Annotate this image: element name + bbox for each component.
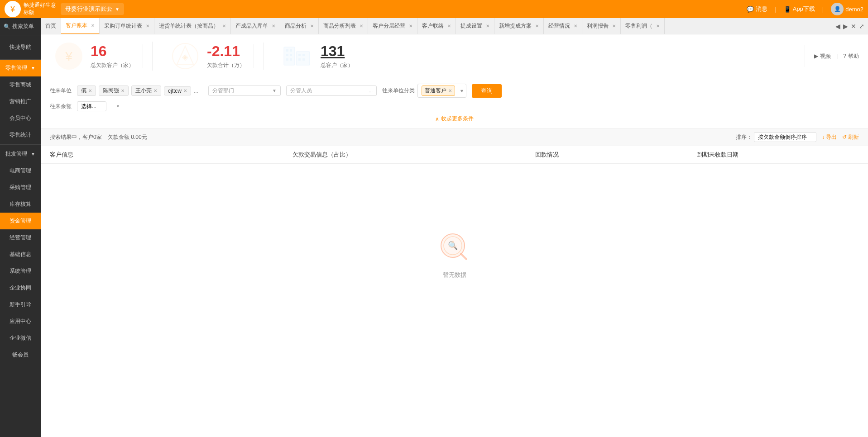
tab-goods-inbound[interactable]: 进货单统计表（按商品） ✕ <box>154 18 231 34</box>
tag-close-wa[interactable]: ✕ <box>88 88 92 93</box>
sidebar-item-quick-nav[interactable]: 快捷导航 <box>0 39 41 56</box>
person-select[interactable]: 分管人员 ... <box>286 86 377 96</box>
svg-text:◈: ◈ <box>182 52 188 62</box>
sidebar-item-batch-mgmt[interactable]: 批发管理 ▼ <box>0 146 41 162</box>
tab-customer-account[interactable]: 客户账本 ✕ <box>61 18 100 34</box>
tab-product-inbound[interactable]: 产成品入库单 ✕ <box>231 18 280 34</box>
tabs-close-all[interactable]: ✕ <box>851 23 856 30</box>
sidebar-item-app-center[interactable]: 应用中心 <box>0 313 41 330</box>
collapse-button[interactable]: ∧ 收起更多条件 <box>435 115 474 123</box>
sidebar-item-enterprise-wechat[interactable]: 企业微信 <box>0 330 41 347</box>
sidebar-item-enterprise-coop[interactable]: 企业协同 <box>0 280 41 296</box>
app-download-button[interactable]: 📱 App下载 <box>784 5 815 13</box>
unit-filter-label: 往来单位 <box>50 87 72 95</box>
sidebar-item-purchase[interactable]: 采购管理 <box>0 179 41 196</box>
sidebar-item-new-guide[interactable]: 新手引导 <box>0 296 41 313</box>
tab-close-raise-settings[interactable]: ✕ <box>486 24 489 28</box>
tag-close-chen[interactable]: ✕ <box>121 88 125 93</box>
results-info: 搜索结果中，客户0家 欠款金额 0.00元 排序： 按欠款金额倒序排序 ↓ <box>41 128 868 146</box>
tag-close-wang[interactable]: ✕ <box>153 88 157 93</box>
export-button[interactable]: ↓ 导出 <box>822 133 837 141</box>
tab-home[interactable]: 首页 <box>41 18 61 34</box>
stat-values-total-customers: 131 总客户（家） <box>321 43 353 69</box>
dept-chevron-icon: ▼ <box>272 88 277 93</box>
tabs-scroll-right[interactable]: ▶ <box>843 23 848 30</box>
tab-close-customer-account[interactable]: ✕ <box>91 23 95 28</box>
filter-tag-cjttcw[interactable]: cjttcw ✕ <box>164 86 191 95</box>
account-dropdown[interactable]: 母婴行业演示账套 ▼ <box>61 3 124 15</box>
sidebar-item-business[interactable]: 经营管理 <box>0 229 41 246</box>
tab-close-customer-contact[interactable]: ✕ <box>447 24 451 28</box>
tab-close-business-status[interactable]: ✕ <box>574 24 577 28</box>
sort-select[interactable]: 按欠款金额倒序排序 <box>754 132 816 142</box>
filter-tag-wang[interactable]: 王小亮 ✕ <box>131 86 161 96</box>
user-menu[interactable]: 👤 demo2 <box>831 3 863 15</box>
tabs-maximize[interactable]: ⤢ <box>859 23 864 30</box>
tab-profit-report[interactable]: 利润报告 ✕ <box>582 18 621 34</box>
tab-close-product-analysis[interactable]: ✕ <box>310 24 314 28</box>
video-btn[interactable]: ▶ 视频 <box>814 52 831 60</box>
tab-close-profit-report[interactable]: ✕ <box>612 24 616 28</box>
unit-class-select-wrap[interactable]: 普通客户 ✕ ▼ <box>417 84 466 98</box>
sidebar-item-ecommerce[interactable]: 电商管理 <box>0 162 41 179</box>
chevron-icon: ▼ <box>31 152 35 157</box>
message-button[interactable]: 💬 消息 <box>747 5 767 13</box>
filter-tag-chen[interactable]: 陈民强 ✕ <box>99 86 129 96</box>
tab-product-analysis-list[interactable]: 商品分析列表 ✕ <box>319 18 368 34</box>
stat-block-debt-customers: ¥ 16 总欠款客户（家） <box>50 42 152 71</box>
sidebar-item-capital[interactable]: 资金管理 <box>0 213 41 229</box>
refresh-button[interactable]: ↺ 刷新 <box>842 133 859 141</box>
unit-class-tag-close[interactable]: ✕ <box>448 88 452 93</box>
filter-tag-wa[interactable]: 佤 ✕ <box>77 86 96 96</box>
help-icon: ? <box>843 53 846 59</box>
sidebar-item-retail-stats[interactable]: 零售统计 <box>0 127 41 143</box>
search-icon: 🔍 <box>4 24 10 30</box>
sidebar-item-basic-info[interactable]: 基础信息 <box>0 246 41 263</box>
sidebar-item-member-center[interactable]: 会员中心 <box>0 110 41 127</box>
stat-values-debt-total: -2.11 欠款合计（万） <box>207 43 245 69</box>
tab-retail-profit[interactable]: 零售利润（ ✕ <box>621 18 665 34</box>
filter-more-dots[interactable]: ... <box>194 88 198 94</box>
sidebar-item-member-vip[interactable]: 畅会员 <box>0 347 41 363</box>
tab-customer-contact[interactable]: 客户联络 ✕ <box>417 18 456 34</box>
svg-rect-11 <box>286 58 288 61</box>
balance-select-wrap[interactable]: 选择... <box>77 101 122 111</box>
logo-icon: ¥ <box>5 1 21 17</box>
sidebar-item-retail-mall[interactable]: 零售商城 <box>0 76 41 93</box>
tab-close-goods-inbound[interactable]: ✕ <box>222 24 226 28</box>
stats-row: ¥ 16 总欠款客户（家） ◈ <box>41 34 868 78</box>
table-header: 客户信息 欠款交易信息（占比） 回款情况 到期未收款日期 <box>41 146 868 164</box>
tab-close-product-analysis-list[interactable]: ✕ <box>360 24 363 28</box>
help-btn[interactable]: ? 帮助 <box>843 52 859 60</box>
sidebar-item-inventory[interactable]: 库存核算 <box>0 196 41 213</box>
results-summary: 搜索结果中，客户0家 欠款金额 0.00元 <box>50 133 147 141</box>
sidebar-search[interactable]: 🔍 搜索菜单 <box>0 18 41 35</box>
tab-product-analysis[interactable]: 商品分析 ✕ <box>280 18 319 34</box>
tab-customer-segment[interactable]: 客户分层经营 ✕ <box>368 18 417 34</box>
tabs-scroll-left[interactable]: ◀ <box>835 23 840 30</box>
tab-business-status[interactable]: 经营情况 ✕ <box>544 18 582 34</box>
tab-close-retail-profit[interactable]: ✕ <box>656 24 660 28</box>
tab-close-new-raise-plan[interactable]: ✕ <box>535 24 539 28</box>
tab-purchase-order-stats[interactable]: 采购订单统计表 ✕ <box>100 18 154 34</box>
sidebar-item-system[interactable]: 系统管理 <box>0 263 41 280</box>
dept-select[interactable]: 分管部门 ▼ <box>208 86 281 96</box>
tab-new-raise-plan[interactable]: 新增提成方案 ✕ <box>494 18 544 34</box>
tab-raise-settings[interactable]: 提成设置 ✕ <box>456 18 494 34</box>
balance-select[interactable]: 选择... <box>77 101 106 111</box>
col-debt-info: 欠款交易信息（占比） <box>293 151 535 159</box>
unit-class-tag: 普通客户 ✕ <box>422 86 455 96</box>
content-area: 首页 客户账本 ✕ 采购订单统计表 ✕ 进货单统计表（按商品） ✕ 产成品入库单… <box>41 18 868 437</box>
unit-class-label: 往来单位分类 <box>382 87 415 95</box>
sidebar-item-marketing[interactable]: 营销推广 <box>0 93 41 110</box>
query-button[interactable]: 查询 <box>472 84 502 98</box>
tab-close-purchase-order-stats[interactable]: ✕ <box>146 24 149 28</box>
tab-close-customer-segment[interactable]: ✕ <box>409 24 412 28</box>
tab-close-product-inbound[interactable]: ✕ <box>272 24 275 28</box>
tag-close-cjttcw[interactable]: ✕ <box>183 88 187 93</box>
debt-total-icon: ◈ <box>171 42 200 71</box>
sidebar-nav-item[interactable]: 快捷导航 <box>0 35 41 60</box>
sidebar-item-retail-mgmt[interactable]: 零售管理 ▼ <box>0 60 41 76</box>
no-data-text: 暂无数据 <box>443 271 466 279</box>
debt-total-number: -2.11 <box>207 43 245 60</box>
